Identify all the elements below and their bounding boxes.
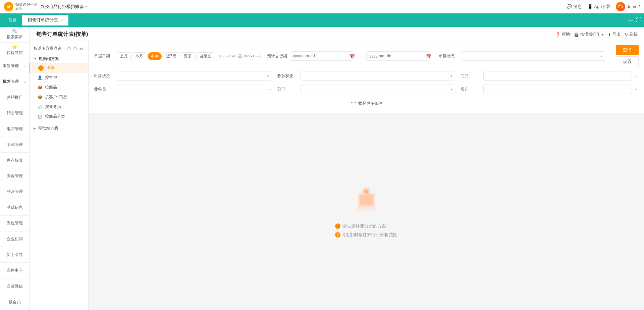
combo-icon: 📦	[38, 95, 42, 99]
customer-more-icon[interactable]: ···	[635, 87, 639, 92]
sidebar-item-newcomer[interactable]: 新手引导	[0, 247, 29, 263]
customer-input[interactable]	[483, 85, 632, 94]
sidebar-item-operations[interactable]: 经营管理	[0, 184, 29, 200]
sidebar-item-wechat[interactable]: 企业微信	[0, 278, 29, 294]
salesperson-input[interactable]	[117, 85, 265, 94]
refresh-btn[interactable]: ↻ 刷新	[625, 32, 637, 37]
refresh-icon: ↻	[625, 32, 628, 37]
left-panel-title: 按以下方案查询	[34, 46, 65, 51]
bar-chart-icon: 📊	[38, 105, 42, 109]
sidebar-item-app-center[interactable]: 应用中心	[0, 263, 29, 278]
sidebar-item-inventory[interactable]: 库存核算	[0, 153, 29, 168]
help-btn[interactable]: ❓ 帮助	[555, 32, 570, 37]
tab-sales-order-stats[interactable]: 销售订单统计表 ✕	[22, 15, 68, 25]
sidebar-item-enterprise[interactable]: 企业协同	[0, 231, 29, 247]
retail-row: 零售管理 ▲	[0, 63, 29, 69]
print-btn[interactable]: 🖨️ 按模板打印 ▾	[574, 32, 604, 37]
filter-row-1: 单据日期 上月 本月 本年 近7天 更多 自定义 2023-01-01 至 20…	[94, 45, 639, 67]
order-status-select[interactable]: ▾	[462, 51, 605, 61]
company-selector[interactable]: 办公用品行业模拟账套 ▾	[40, 4, 87, 10]
mobile-section-header[interactable]: ▶ 移动端方案	[30, 124, 88, 133]
pay-status-label: 收款状态	[277, 73, 298, 79]
date-btn-custom[interactable]: 自定义	[196, 52, 214, 60]
pay-status-arrow-icon: ▾	[450, 74, 452, 78]
sidebar-item-sales[interactable]: 销售管理	[0, 105, 29, 121]
out-status-group: 出库状态 ▾	[94, 71, 272, 81]
department-arrow-icon: ▾	[450, 88, 452, 91]
query-button[interactable]: 查询	[616, 45, 639, 55]
pay-status-select[interactable]: ▾	[300, 71, 455, 81]
date-btn-last-month[interactable]: 上月	[117, 52, 131, 60]
expected-date-start-input[interactable]	[290, 51, 353, 61]
sidebar-item-wholesale[interactable]: 批发管理 ▲	[0, 74, 29, 90]
salesperson-group: 业务员 ···	[94, 85, 272, 94]
collapse-btn[interactable]: ⌃⌃ 收起更多条件	[94, 98, 639, 109]
order-status-group: 单据状态 ▾	[439, 51, 605, 61]
sidebar-item-system[interactable]: 系统管理	[0, 216, 29, 231]
tip-text-1: 请先选择要分析的方案	[342, 223, 386, 229]
star-icon: ⭐	[12, 45, 17, 49]
sidebar-item-finance[interactable]: 资金管理	[0, 168, 29, 184]
date-btn-this-year[interactable]: 本年	[148, 52, 162, 60]
main-layout: 🔍 搜索菜单 ⭐ 快捷导航 零售管理 ▲ 批发管理 ▲ 营销推广 销售管理 电商…	[0, 27, 644, 310]
calendar-end-icon[interactable]: 📅	[426, 54, 431, 59]
chevron-up-icon: ▲	[23, 64, 26, 68]
add-scheme-icon[interactable]: ⊕	[67, 46, 71, 51]
user-area[interactable]: Ea demo2	[616, 2, 640, 11]
sidebar-item-base-info[interactable]: 基础信息	[0, 200, 29, 216]
empty-illustration	[350, 183, 383, 218]
tab-bar: 首页 销售订单统计表 ✕ — ⛶	[0, 13, 644, 27]
app-download-btn[interactable]: 📱 App下载	[587, 4, 610, 10]
tab-home[interactable]: 首页	[3, 15, 22, 25]
tab-maximize-icon[interactable]: ⛶	[636, 17, 641, 23]
out-status-label: 出库状态	[94, 73, 114, 79]
salesperson-label: 业务员	[94, 87, 114, 92]
left-panel: 按以下方案查询 ⊕ ⊙ ≪ ▼ 电脑端方案 按单	[30, 41, 89, 310]
print-arrow-icon: ▾	[602, 32, 604, 37]
department-select[interactable]: ▾	[300, 85, 455, 94]
sidebar-item-search[interactable]: 🔍 搜索菜单	[0, 27, 29, 43]
pc-section-header[interactable]: ▼ 电脑端方案	[30, 55, 88, 63]
collapse-up-icon: ⌃⌃	[350, 101, 357, 106]
scheme-item-by-customer[interactable]: 👤 按客户	[30, 73, 88, 83]
product-label: 商品	[461, 73, 481, 79]
sidebar-item-marketing[interactable]: 营销推广	[0, 90, 29, 106]
sidebar-item-purchase[interactable]: 采购管理	[0, 137, 29, 153]
calendar-start-icon[interactable]: 📅	[350, 54, 355, 59]
product-more-icon[interactable]: ···	[635, 73, 639, 79]
sidebar-item-retail[interactable]: 零售管理 ▲	[0, 58, 29, 74]
wholesale-label: 批发管理	[3, 79, 19, 85]
mobile-section-title: 移动端方案	[38, 125, 58, 131]
svg-rect-2	[360, 195, 373, 205]
scheme-item-by-salesperson[interactable]: 📊 按业务员	[30, 102, 88, 112]
mobile-section: ▶ 移动端方案	[30, 123, 88, 134]
scheme-item-by-product[interactable]: 📦 按商品	[30, 83, 88, 92]
top-bar-left: 好 畅捷通好生意 标版 办公用品行业模拟账套 ▾	[4, 2, 87, 11]
product-input[interactable]	[483, 71, 632, 81]
sidebar-item-member[interactable]: 畅会员	[0, 294, 29, 310]
scheme-item-by-customer-product[interactable]: 📦 按客户+商品	[30, 92, 88, 102]
tab-close-icon[interactable]: ✕	[60, 18, 63, 22]
page-title: 销售订单统计表(按单)	[36, 31, 88, 38]
expected-date-end-input[interactable]	[366, 51, 429, 61]
date-btn-more[interactable]: 更多	[181, 52, 195, 60]
settings-button[interactable]: 设置	[616, 56, 639, 67]
message-btn[interactable]: 💬 消息	[567, 4, 582, 10]
sidebar-item-ecommerce[interactable]: 电商管理	[0, 121, 29, 137]
collapse-panel-icon[interactable]: ≪	[79, 46, 84, 51]
salesperson-more-icon[interactable]: ···	[268, 87, 272, 92]
date-btn-7days[interactable]: 近7天	[163, 52, 179, 60]
out-status-select[interactable]: ▾	[117, 71, 272, 81]
date-btn-this-month[interactable]: 本月	[132, 52, 146, 60]
out-status-arrow-icon: ▾	[267, 74, 269, 78]
username: demo2	[627, 4, 640, 9]
scheme-item-by-category[interactable]: 📋 按商品分类	[30, 112, 88, 121]
customer-group: 客户 ···	[461, 85, 639, 94]
expected-date-start-wrapper: 📅	[290, 51, 357, 61]
sidebar-item-quick-nav[interactable]: ⭐ 快捷导航	[0, 43, 29, 58]
tab-minimize-icon[interactable]: —	[628, 17, 633, 23]
right-panel: 单据日期 上月 本月 本年 近7天 更多 自定义 2023-01-01 至 20…	[89, 41, 644, 310]
settings-scheme-icon[interactable]: ⊙	[73, 46, 77, 51]
export-btn[interactable]: ⬇ 导出	[608, 32, 621, 37]
scheme-item-by-order[interactable]: 按单	[30, 63, 88, 73]
